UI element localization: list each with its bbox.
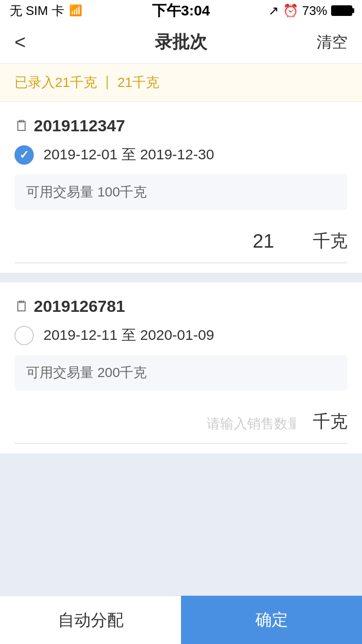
back-button[interactable]: < — [14, 31, 26, 53]
batch-2-radio[interactable] — [14, 326, 34, 345]
batch-1-qty-value: 21 — [253, 230, 275, 252]
alarm-icon: ⏰ — [283, 3, 298, 18]
page-title: 录批次 — [155, 30, 207, 54]
batch-2-input-row: 千克 — [0, 400, 362, 443]
wifi-icon: 📶 — [69, 4, 82, 17]
batch-2-available: 可用交易量 200千克 — [14, 355, 348, 391]
footer: 自动分配 确定 — [0, 596, 362, 644]
status-right: ↗ ⏰ 73% — [268, 3, 352, 18]
batch-1-unit: 千克 — [313, 229, 348, 253]
status-bar: 无 SIM 卡 📶 下午3:04 ↗ ⏰ 73% — [0, 0, 362, 21]
recorded-info: 已录入21千克 — [14, 73, 97, 92]
batch-1-date-row[interactable]: 2019-12-01 至 2019-12-30 — [0, 140, 362, 169]
section-separator-1 — [0, 273, 362, 282]
status-left: 无 SIM 卡 📶 — [10, 2, 82, 19]
battery-icon — [331, 5, 352, 16]
batch-1-icon: 🗒 — [14, 118, 29, 134]
info-divider — [107, 76, 108, 89]
confirm-button[interactable]: 确定 — [181, 596, 362, 644]
batch-2-icon: 🗒 — [14, 298, 29, 315]
status-time: 下午3:04 — [152, 1, 210, 21]
nav-bar: < 录批次 清空 — [0, 21, 362, 64]
batch-2-header: 🗒 2019126781 — [0, 282, 362, 321]
batch-1-header: 🗒 2019112347 — [0, 102, 362, 140]
batch-1-radio[interactable] — [14, 145, 34, 165]
batch-1-input-row: 21 千克 — [0, 220, 362, 263]
batch-card-1: 🗒 2019112347 2019-12-01 至 2019-12-30 可用交… — [0, 102, 362, 273]
batch-2-unit: 千克 — [313, 410, 348, 434]
batch-2-date: 2019-12-11 至 2020-01-09 — [43, 325, 214, 345]
batch-1-number: 2019112347 — [34, 116, 125, 135]
info-banner: 已录入21千克 21千克 — [0, 64, 362, 102]
batch-2-date-row[interactable]: 2019-12-11 至 2020-01-09 — [0, 321, 362, 350]
batch-1-available: 可用交易量 100千克 — [14, 174, 348, 210]
clear-button[interactable]: 清空 — [317, 32, 348, 53]
total-info: 21千克 — [117, 73, 159, 92]
carrier-text: 无 SIM 卡 — [10, 2, 64, 19]
location-icon: ↗ — [268, 3, 279, 18]
auto-distribute-button[interactable]: 自动分配 — [0, 596, 181, 644]
section-separator-2 — [0, 453, 362, 463]
batch-2-number: 2019126781 — [34, 297, 125, 316]
batch-card-2: 🗒 2019126781 2019-12-11 至 2020-01-09 可用交… — [0, 282, 362, 453]
battery-percent: 73% — [302, 3, 327, 18]
batch-1-date: 2019-12-01 至 2019-12-30 — [43, 145, 214, 165]
batch-2-qty-input[interactable] — [207, 411, 303, 433]
